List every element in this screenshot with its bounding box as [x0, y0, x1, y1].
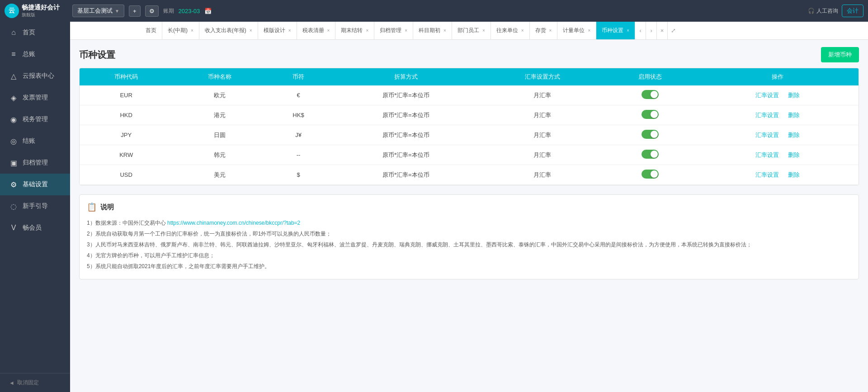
notes-list: 1）数据来源：中国外汇交易中心 https://www.chinamoney.c…	[87, 217, 851, 272]
delete-link[interactable]: 删除	[788, 92, 800, 99]
toggle-switch[interactable]	[642, 110, 659, 119]
tab-dept-label: 部门员工	[458, 27, 479, 34]
tab-archive[interactable]: 归档管理 ×	[374, 22, 413, 40]
tab-bar: 首页 长(中期) × 收入支出表(年报) × 模版设计 × 税表清册 × 期末结…	[70, 22, 868, 40]
tab-tax[interactable]: 税表清册 ×	[297, 22, 336, 40]
delete-link[interactable]: 删除	[788, 151, 800, 158]
tab-archive-close[interactable]: ×	[405, 28, 407, 33]
sidebar-item-checkout[interactable]: ◎ 结账	[0, 130, 70, 152]
rate-setting-link[interactable]: 汇率设置	[755, 171, 779, 178]
tab-income[interactable]: 收入支出表(年报) ×	[199, 22, 258, 40]
tab-prev-button[interactable]: ‹	[635, 22, 646, 40]
toggle-switch[interactable]	[642, 130, 659, 139]
tab-period-end[interactable]: 期末结转 ×	[335, 22, 374, 40]
toggle-track	[642, 90, 659, 99]
delete-link[interactable]: 删除	[788, 132, 800, 138]
add-org-button[interactable]: +	[129, 5, 141, 17]
sidebar-item-ledger[interactable]: ≡ 总账	[0, 43, 70, 65]
cancel-fixed-button[interactable]: ◄ 取消固定	[0, 373, 70, 392]
tab-tax-close[interactable]: ×	[327, 28, 330, 33]
sidebar-item-reports[interactable]: △ 云报表中心	[0, 65, 70, 87]
service-button[interactable]: 🎧 人工咨询	[808, 7, 838, 15]
notes-item: 5）系统只能自动抓取2021年度后的汇率，之前年度汇率需要用户手工维护。	[87, 261, 851, 272]
rate-setting-link[interactable]: 汇率设置	[755, 112, 779, 118]
cell-calc: 原币*汇率=本位币	[330, 85, 481, 105]
tab-next-button[interactable]: ›	[646, 22, 657, 40]
toggle-switch[interactable]	[642, 150, 659, 159]
col-calc: 折算方式	[330, 68, 481, 85]
tab-zhongqi-label: 长(中期)	[168, 27, 188, 34]
tab-inventory-close[interactable]: ×	[549, 28, 552, 33]
sidebar-item-invoice[interactable]: ◈ 发票管理	[0, 87, 70, 109]
sidebar-item-archive[interactable]: ▣ 归档管理	[0, 152, 70, 174]
new-currency-button[interactable]: 新增币种	[821, 47, 859, 62]
notes-section: 📋 说明 1）数据来源：中国外汇交易中心 https://www.chinamo…	[79, 194, 859, 279]
tab-period-end-close[interactable]: ×	[366, 28, 368, 33]
period-value[interactable]: 2023-03	[179, 8, 200, 14]
toggle-switch[interactable]	[642, 90, 659, 99]
tab-inventory[interactable]: 存货 ×	[530, 22, 558, 40]
service-label: 人工咨询	[816, 7, 838, 15]
tab-home[interactable]: 首页	[140, 22, 162, 40]
col-status: 启用状态	[604, 68, 697, 85]
tab-unit[interactable]: 计量单位 ×	[557, 22, 596, 40]
account-button[interactable]: 会计	[842, 5, 863, 17]
tab-template-label: 模版设计	[264, 27, 285, 34]
tab-dept-close[interactable]: ×	[482, 28, 485, 33]
notes-link[interactable]: https://www.chinamoney.com.cn/chinese/bk…	[167, 220, 300, 226]
toggle-track	[642, 170, 659, 179]
notes-title: 📋 说明	[87, 202, 851, 212]
invoice-icon: ◈	[9, 93, 18, 102]
rate-setting-link[interactable]: 汇率设置	[755, 151, 779, 158]
sidebar-item-guide[interactable]: ◌ 新手引导	[0, 195, 70, 217]
toggle-thumb	[651, 131, 658, 138]
cell-symbol: HK$	[266, 105, 331, 125]
cell-code: KRW	[80, 145, 173, 165]
delete-link[interactable]: 删除	[788, 171, 800, 178]
cell-code: USD	[80, 165, 173, 185]
tab-template[interactable]: 模版设计 ×	[258, 22, 297, 40]
settings-button[interactable]: ⚙	[145, 5, 159, 17]
tab-client-label: 往来单位	[496, 27, 518, 34]
sidebar-item-home[interactable]: ⌂ 首页	[0, 22, 70, 43]
tab-income-close[interactable]: ×	[250, 28, 252, 33]
sidebar-label-ledger: 总账	[23, 50, 35, 58]
tab-subject[interactable]: 科目期初 ×	[413, 22, 452, 40]
tab-client[interactable]: 往来单位 ×	[491, 22, 530, 40]
org-selector[interactable]: 基层工会测试 ▼	[72, 5, 124, 17]
cell-rate-type: 月汇率	[481, 145, 604, 165]
sidebar-item-settings[interactable]: ⚙ 基础设置	[0, 174, 70, 195]
main-layout: ⌂ 首页 ≡ 总账 △ 云报表中心 ◈ 发票管理 ◉ 税务管理 ◎ 结账 ▣ 归…	[0, 22, 868, 392]
cell-code: JPY	[80, 125, 173, 145]
tab-subject-close[interactable]: ×	[443, 28, 446, 33]
cell-calc: 原币*汇率=本位币	[330, 125, 481, 145]
settings-icon: ⚙	[9, 180, 18, 189]
tab-currency[interactable]: 币种设置 ×	[596, 22, 635, 40]
sidebar-item-tax[interactable]: ◉ 税务管理	[0, 109, 70, 130]
notes-title-text: 说明	[100, 203, 114, 212]
tab-unit-close[interactable]: ×	[588, 28, 590, 33]
cell-actions: 汇率设置 删除	[697, 125, 859, 145]
cell-symbol: $	[266, 165, 331, 185]
delete-link[interactable]: 删除	[788, 112, 800, 118]
rate-setting-link[interactable]: 汇率设置	[755, 132, 779, 138]
toggle-switch[interactable]	[642, 170, 659, 179]
sidebar-item-member[interactable]: V 畅会员	[0, 217, 70, 239]
tab-template-close[interactable]: ×	[288, 28, 291, 33]
rate-setting-link[interactable]: 汇率设置	[755, 92, 779, 99]
toggle-track	[642, 130, 659, 139]
cell-name: 日圆	[173, 125, 266, 145]
app-name: 畅捷通好会计	[22, 4, 60, 12]
calendar-icon[interactable]: 📅	[204, 8, 212, 14]
tab-close-all-button[interactable]: ×	[657, 22, 668, 40]
sidebar-label-reports: 云报表中心	[23, 72, 54, 80]
tab-zhongqi[interactable]: 长(中期) ×	[162, 22, 199, 40]
ledger-icon: ≡	[9, 50, 18, 59]
tab-zhongqi-close[interactable]: ×	[191, 28, 193, 33]
tab-client-close[interactable]: ×	[521, 28, 524, 33]
tab-currency-close[interactable]: ×	[627, 28, 629, 33]
tab-maximize-button[interactable]: ⤢	[668, 22, 679, 40]
tab-dept[interactable]: 部门员工 ×	[452, 22, 491, 40]
table-row: JPY 日圆 J¥ 原币*汇率=本位币 月汇率 汇率设置 删除	[80, 125, 859, 145]
reports-icon: △	[9, 71, 18, 80]
